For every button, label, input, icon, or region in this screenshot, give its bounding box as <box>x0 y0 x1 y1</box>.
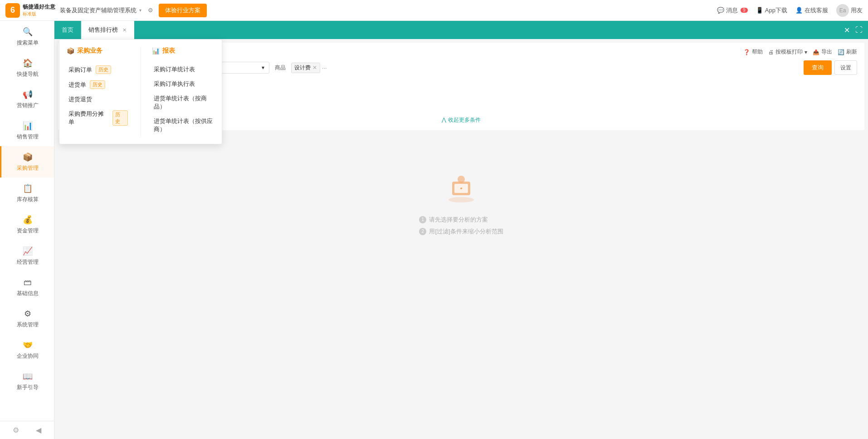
top-bar: 6 畅捷通好生意 标准版 装备及固定资产辅助管理系统 ▾ ⚙ 体验行业方案 💬 … <box>0 0 868 21</box>
sidebar-item-guide[interactable]: 📖 新手引导 <box>0 365 54 397</box>
goods-tag-close[interactable]: ✕ <box>312 64 317 71</box>
sidebar-label-operation: 经营管理 <box>17 258 39 266</box>
sidebar-label-purchase: 采购管理 <box>17 164 39 172</box>
hint-1: 1 请先选择要分析的方案 <box>419 214 503 226</box>
purchase-business-col: 📦 采购业务 采购订单历史进货单历史进货退货采购费用分摊单历史 <box>67 47 130 137</box>
report-item-0[interactable]: 采购订单统计表 <box>152 62 215 77</box>
tab-label-sales-rank: 销售排行榜 <box>88 26 118 34</box>
sidebar-item-sales[interactable]: 📊 销售管理 <box>0 115 54 146</box>
business-item-3[interactable]: 采购费用分摊单历史 <box>67 107 130 129</box>
settings-button[interactable]: 设置 <box>834 60 857 75</box>
industry-button[interactable]: 体验行业方案 <box>159 4 207 17</box>
sidebar-item-purchase[interactable]: 📦 采购管理 <box>0 146 54 178</box>
sidebar-item-marketing[interactable]: 📢 营销推广 <box>0 84 54 115</box>
sidebar-settings-icon[interactable]: ⚙ <box>13 426 19 434</box>
goods-filter: 设计费 ✕ ··· <box>291 63 327 73</box>
sidebar-icon-fund: 💰 <box>22 214 33 225</box>
message-item[interactable]: 💬 消息 9 <box>717 6 748 15</box>
report-item-2[interactable]: 进货单统计表（按商品） <box>152 91 215 114</box>
sidebar-item-nav[interactable]: 🏠 快捷导航 <box>0 52 54 84</box>
collapse-icon: ⋀ <box>442 117 446 123</box>
logo-title: 畅捷通好生意 <box>23 3 55 11</box>
business-item-0[interactable]: 采购订单历史 <box>67 62 130 77</box>
sidebar-bottom: ⚙ ◀ <box>0 421 54 439</box>
sidebar-label-nav: 快捷导航 <box>17 70 39 78</box>
export-item[interactable]: 📤 导出 <box>813 48 832 56</box>
sidebar-icon-search: 🔍 <box>22 26 33 37</box>
sidebar-label-company: 企业协同 <box>17 352 39 360</box>
hint-1-text: 请先选择要分析的方案 <box>429 214 488 226</box>
logo-area: 6 畅捷通好生意 标准版 <box>5 3 60 18</box>
report-item-1[interactable]: 采购订单执行表 <box>152 77 215 91</box>
query-button[interactable]: 查询 <box>804 60 832 75</box>
tab-home[interactable]: 首页 <box>54 21 81 39</box>
print-item[interactable]: 🖨 按模板打印 ▾ <box>768 48 807 56</box>
report-item-label-3: 进货单统计表（按供应商） <box>154 117 213 133</box>
app-download-item[interactable]: 📱 App下载 <box>756 6 787 15</box>
logo-badge: 标准版 <box>23 11 55 17</box>
sidebar-item-company[interactable]: 🤝 企业协同 <box>0 334 54 365</box>
logo-text: 畅捷通好生意 标准版 <box>23 3 55 17</box>
sidebar-label-base: 基础信息 <box>17 290 39 297</box>
system-title-text: 装备及固定资产辅助管理系统 <box>60 6 137 15</box>
business-item-2[interactable]: 进货退货 <box>67 92 130 107</box>
sidebar-item-system[interactable]: ⚙ 系统管理 <box>0 303 54 334</box>
sidebar-item-operation[interactable]: 📈 经营管理 <box>0 240 54 271</box>
phone-icon: 📱 <box>756 7 763 14</box>
avatar: Ea <box>836 4 849 17</box>
settings-icon[interactable]: ⚙ <box>148 7 153 14</box>
print-dropdown-icon[interactable]: ▾ <box>805 49 807 55</box>
empty-illustration <box>443 170 479 207</box>
online-service-item[interactable]: 👤 在线客服 <box>795 6 828 15</box>
report-item-label-1: 采购订单执行表 <box>154 80 195 88</box>
sidebar-item-search[interactable]: 🔍 搜索菜单 <box>0 21 54 52</box>
system-title: 装备及固定资产辅助管理系统 ▾ ⚙ <box>60 6 153 15</box>
top-right-area: 💬 消息 9 📱 App下载 👤 在线客服 Ea 用友 <box>717 4 863 17</box>
sidebar-icon-inventory: 📋 <box>22 183 33 194</box>
sidebar-icon-guide: 📖 <box>22 371 33 382</box>
sidebar-collapse-icon[interactable]: ◀ <box>36 426 41 434</box>
fullscreen-button[interactable]: ⛶ <box>853 24 864 36</box>
svg-point-0 <box>449 197 474 202</box>
sidebar-icon-sales: 📊 <box>22 120 33 131</box>
sidebar-icon-purchase: 📦 <box>22 152 33 163</box>
export-icon: 📤 <box>813 49 819 55</box>
print-label: 按模板打印 <box>775 48 803 56</box>
message-badge: 9 <box>741 8 748 13</box>
history-tag-1: 历史 <box>90 80 105 89</box>
sidebar-item-base[interactable]: 🗃 基础信息 <box>0 271 54 303</box>
sidebar-icon-company: 🤝 <box>22 340 33 350</box>
message-icon: 💬 <box>717 7 724 14</box>
purchase-reports-title-text: 报表 <box>162 47 175 55</box>
logo-icon: 6 <box>5 3 20 18</box>
business-item-label-3: 采购费用分摊单 <box>68 110 109 126</box>
app-download-label: App下载 <box>765 6 787 15</box>
goods-tag-text: 设计费 <box>294 64 311 72</box>
purchase-business-title: 📦 采购业务 <box>67 47 130 58</box>
refresh-item[interactable]: 🔄 刷新 <box>838 48 857 56</box>
purchase-reports-title: 📊 报表 <box>152 47 215 58</box>
sidebar-icon-operation: 📈 <box>22 246 33 256</box>
sidebar-item-fund[interactable]: 💰 资金管理 <box>0 209 54 240</box>
tab-sales-rank[interactable]: 销售排行榜✕ <box>81 21 134 39</box>
business-item-1[interactable]: 进货单历史 <box>67 77 130 92</box>
title-dropdown-icon[interactable]: ▾ <box>139 8 141 13</box>
help-item[interactable]: ❓ 帮助 <box>743 48 763 56</box>
sidebar-item-inventory[interactable]: 📋 库存核算 <box>0 178 54 209</box>
online-service-label: 在线客服 <box>805 6 828 15</box>
help-icon: ❓ <box>743 49 750 55</box>
sidebar-label-inventory: 库存核算 <box>17 196 39 203</box>
voucher-status-select[interactable]: ▾ <box>215 62 269 74</box>
business-item-label-1: 进货单 <box>68 81 86 89</box>
sidebar-label-fund: 资金管理 <box>17 227 39 235</box>
report-item-3[interactable]: 进货单统计表（按供应商） <box>152 114 215 137</box>
close-all-tabs-button[interactable]: ✕ <box>842 24 852 36</box>
refresh-icon: 🔄 <box>838 49 844 55</box>
sidebar-icon-nav: 🏠 <box>22 58 33 69</box>
history-tag-0: 历史 <box>96 65 111 74</box>
user-item[interactable]: Ea 用友 <box>836 4 863 17</box>
goods-label: 商品 <box>275 64 286 72</box>
business-item-label-0: 采购订单 <box>68 66 92 74</box>
tab-close-sales-rank[interactable]: ✕ <box>122 27 127 33</box>
goods-more-btn[interactable]: ··· <box>322 64 327 71</box>
